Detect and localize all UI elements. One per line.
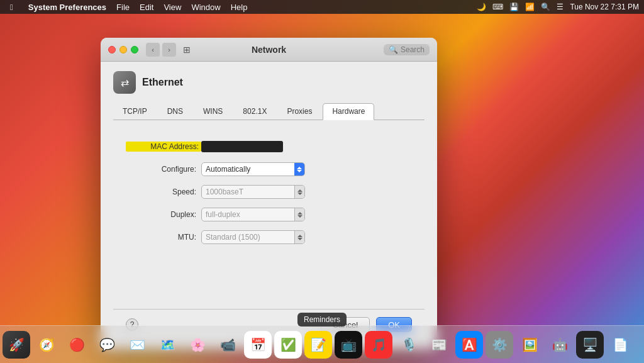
wifi-icon[interactable]: 📶 xyxy=(525,3,535,11)
dock-chrome[interactable]: 🔴 xyxy=(63,331,91,359)
speed-arrow-down xyxy=(297,193,303,195)
dock-systemprefs[interactable]: ⚙️ xyxy=(486,331,513,359)
duplex-value: full-duplex xyxy=(206,210,240,219)
apple-menu[interactable]:  xyxy=(5,3,18,12)
search-icon: 🔍 xyxy=(389,45,398,54)
mac-address-value xyxy=(201,141,283,152)
menubar-right: 🌙 ⌨ 💾 📶 🔍 ☰ Tue Nov 22 7:31 PM xyxy=(477,3,639,11)
speed-stepper xyxy=(294,186,304,198)
dock-maps[interactable]: 🗺️ xyxy=(153,331,181,359)
menu-help[interactable]: Help xyxy=(226,3,253,12)
dock-launchpad[interactable]: 🚀 xyxy=(3,331,30,359)
close-button[interactable] xyxy=(108,46,116,53)
clock: Tue Nov 22 7:31 PM xyxy=(570,3,639,11)
donotdisturb-icon[interactable]: 🌙 xyxy=(477,3,486,11)
tabs: TCP/IP DNS WINS 802.1X Proxies Hardware xyxy=(113,103,425,120)
mtu-arrow-down xyxy=(297,238,303,240)
duplex-label: Duplex: xyxy=(126,210,201,219)
search-placeholder: Search xyxy=(401,45,425,54)
dock-reminders[interactable]: ✅ xyxy=(274,331,302,359)
disk-icon[interactable]: 💾 xyxy=(509,3,519,11)
tab-dns[interactable]: DNS xyxy=(158,103,192,120)
mtu-label: MTU: xyxy=(126,233,201,242)
dock-photos2[interactable]: 🖼️ xyxy=(516,331,543,359)
maximize-button[interactable] xyxy=(131,46,138,53)
duplex-arrow-down xyxy=(297,215,303,218)
back-button[interactable]: ‹ xyxy=(146,43,160,57)
app-name[interactable]: System Preferences xyxy=(23,3,111,12)
ethernet-icon: ⇄ xyxy=(113,71,136,94)
configure-value: Automatically xyxy=(206,165,250,174)
dock-terminal[interactable]: 🖥️ xyxy=(576,331,604,359)
dock-notes[interactable]: 📝 xyxy=(304,331,332,359)
speed-select[interactable]: 1000baseT xyxy=(201,185,305,199)
speed-row: Speed: 1000baseT xyxy=(126,184,412,199)
tab-proxies[interactable]: Proxies xyxy=(277,103,321,120)
titlebar: ‹ › ⊞ Network 🔍 Search xyxy=(101,38,437,62)
ethernet-header: ⇄ Ethernet xyxy=(113,71,425,94)
configure-select[interactable]: Automatically xyxy=(201,162,305,176)
keyboard-icon[interactable]: ⌨ xyxy=(492,3,503,11)
duplex-stepper xyxy=(294,208,304,221)
forward-button[interactable]: › xyxy=(162,43,176,57)
dock-automator[interactable]: 🤖 xyxy=(546,331,574,359)
dock-photos[interactable]: 🌸 xyxy=(184,331,211,359)
arrow-down-icon xyxy=(297,170,302,172)
dock-messages[interactable]: 💬 xyxy=(93,331,121,359)
ethernet-label: Ethernet xyxy=(142,77,183,88)
dock: 🔵 🚀 🧭 🔴 💬 ✉️ 🗺️ 🌸 📹 📅 ✅ 📝 📺 🎵 🎙️ 📰 🅰️ ⚙️… xyxy=(0,325,644,363)
speed-arrow-up xyxy=(297,189,303,192)
mac-address-label: MAC Address: xyxy=(126,142,201,152)
configure-arrow xyxy=(294,163,304,176)
mtu-stepper xyxy=(294,231,304,243)
titlebar-nav: ‹ › xyxy=(146,43,176,57)
menu-file[interactable]: File xyxy=(111,3,135,12)
dock-podcasts[interactable]: 🎙️ xyxy=(395,331,423,359)
grid-button[interactable]: ⊞ xyxy=(180,43,194,57)
dock-tv[interactable]: 📺 xyxy=(335,331,362,359)
mtu-select[interactable]: Standard (1500) xyxy=(201,230,305,244)
mtu-row: MTU: Standard (1500) xyxy=(126,230,412,245)
duplex-arrow-up xyxy=(297,212,303,215)
minimize-button[interactable] xyxy=(119,46,127,53)
tab-tcpip[interactable]: TCP/IP xyxy=(113,103,157,120)
mtu-value: Standard (1500) xyxy=(206,233,260,242)
tab-hardware[interactable]: Hardware xyxy=(323,103,374,120)
hardware-form: MAC Address: Configure: Automatically Sp… xyxy=(113,133,425,259)
dock-safari[interactable]: 🧭 xyxy=(33,331,60,359)
arrow-up-icon xyxy=(297,167,302,169)
menubar:  System Preferences File Edit View Wind… xyxy=(0,0,644,14)
mac-address-row: MAC Address: xyxy=(126,139,412,154)
dock-facetime[interactable]: 📹 xyxy=(214,331,242,359)
dock-appstore[interactable]: 🅰️ xyxy=(455,331,483,359)
search-icon[interactable]: 🔍 xyxy=(541,3,550,11)
menu-window[interactable]: Window xyxy=(186,3,225,12)
traffic-lights xyxy=(108,46,138,53)
duplex-row: Duplex: full-duplex xyxy=(126,207,412,222)
speed-value: 1000baseT xyxy=(206,187,243,196)
tab-8021x[interactable]: 802.1X xyxy=(233,103,276,120)
dock-tooltip: Reminders xyxy=(297,313,347,327)
search-bar[interactable]: 🔍 Search xyxy=(384,44,430,55)
tab-wins[interactable]: WINS xyxy=(194,103,232,120)
menu-edit[interactable]: Edit xyxy=(135,3,158,12)
dock-preview[interactable]: 📄 xyxy=(606,331,634,359)
dock-music[interactable]: 🎵 xyxy=(365,331,392,359)
network-window: ‹ › ⊞ Network 🔍 Search ⇄ Ethernet TCP/IP… xyxy=(101,38,437,349)
dock-mail[interactable]: ✉️ xyxy=(123,331,151,359)
menu-view[interactable]: View xyxy=(158,3,186,12)
notification-icon[interactable]: ☰ xyxy=(557,3,564,11)
mtu-arrow-up xyxy=(297,235,303,237)
configure-label: Configure: xyxy=(126,165,201,174)
duplex-select[interactable]: full-duplex xyxy=(201,208,305,221)
configure-row: Configure: Automatically xyxy=(126,162,412,177)
dock-calendar[interactable]: 📅 xyxy=(244,331,272,359)
window-content: ⇄ Ethernet TCP/IP DNS WINS 802.1X Proxie… xyxy=(101,62,437,349)
window-title: Network xyxy=(252,45,286,55)
speed-label: Speed: xyxy=(126,187,201,196)
dock-news[interactable]: 📰 xyxy=(425,331,453,359)
